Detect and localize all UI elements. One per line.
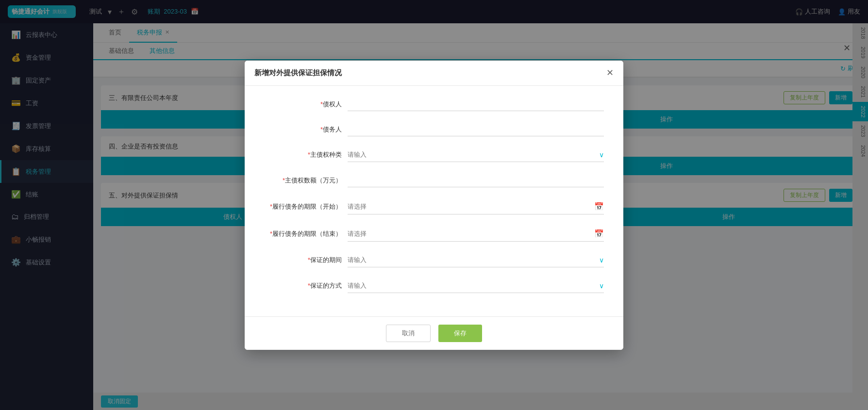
form-label-period-end: *履行债务的期限（结束） bbox=[264, 230, 342, 238]
guarantee-period-input[interactable] bbox=[348, 256, 599, 263]
claim-type-select-wrapper[interactable]: ∨ bbox=[348, 148, 604, 162]
period-end-input[interactable] bbox=[348, 230, 594, 237]
form-row-period-start: *履行债务的期限（开始） 📅 bbox=[264, 199, 604, 214]
guarantee-period-select-wrapper[interactable]: ∨ bbox=[348, 253, 604, 267]
form-row-guarantee-method: *保证的方式 ∨ bbox=[264, 279, 604, 293]
guarantee-method-select-wrapper[interactable]: ∨ bbox=[348, 279, 604, 293]
period-end-date-wrapper[interactable]: 📅 bbox=[348, 226, 604, 242]
claim-type-arrow-icon[interactable]: ∨ bbox=[599, 151, 604, 159]
save-button[interactable]: 保存 bbox=[438, 325, 482, 342]
form-row-creditor: *债权人 bbox=[264, 98, 604, 111]
claim-amount-input[interactable] bbox=[348, 174, 604, 187]
form-row-guarantee-period: *保证的期间 ∨ bbox=[264, 253, 604, 267]
form-label-creditor: *债权人 bbox=[264, 100, 342, 109]
creditor-input[interactable] bbox=[348, 98, 604, 111]
form-row-debtor: *债务人 bbox=[264, 123, 604, 136]
debtor-input[interactable] bbox=[348, 123, 604, 136]
form-label-claim-amount: *主债权数额（万元） bbox=[264, 176, 342, 185]
modal-body: *债权人 *债务人 *主债权种类 ∨ bbox=[245, 86, 623, 316]
form-label-guarantee-period: *保证的期间 bbox=[264, 256, 342, 264]
cancel-button[interactable]: 取消 bbox=[386, 325, 431, 342]
modal-header: 新增对外提供保证担保情况 ✕ bbox=[245, 61, 623, 86]
guarantee-method-arrow-icon[interactable]: ∨ bbox=[599, 282, 604, 290]
modal: 新增对外提供保证担保情况 ✕ *债权人 *债务人 * bbox=[245, 61, 623, 350]
form-label-debtor: *债务人 bbox=[264, 125, 342, 134]
claim-type-input[interactable] bbox=[348, 151, 599, 158]
modal-overlay: 新增对外提供保证担保情况 ✕ *债权人 *债务人 * bbox=[0, 0, 868, 410]
guarantee-period-arrow-icon[interactable]: ∨ bbox=[599, 256, 604, 264]
period-end-calendar-icon[interactable]: 📅 bbox=[594, 229, 604, 238]
guarantee-method-input[interactable] bbox=[348, 282, 599, 289]
modal-title: 新增对外提供保证担保情况 bbox=[254, 68, 342, 78]
form-label-guarantee-method: *保证的方式 bbox=[264, 281, 342, 290]
form-row-claim-amount: *主债权数额（万元） bbox=[264, 174, 604, 187]
period-start-calendar-icon[interactable]: 📅 bbox=[594, 202, 604, 211]
form-label-period-start: *履行债务的期限（开始） bbox=[264, 202, 342, 211]
modal-footer: 取消 保存 bbox=[245, 316, 623, 350]
modal-close-icon[interactable]: ✕ bbox=[606, 68, 614, 77]
period-start-date-wrapper[interactable]: 📅 bbox=[348, 199, 604, 214]
form-label-claim-type: *主债权种类 bbox=[264, 150, 342, 159]
period-start-input[interactable] bbox=[348, 203, 594, 210]
form-row-period-end: *履行债务的期限（结束） 📅 bbox=[264, 226, 604, 242]
form-row-claim-type: *主债权种类 ∨ bbox=[264, 148, 604, 162]
